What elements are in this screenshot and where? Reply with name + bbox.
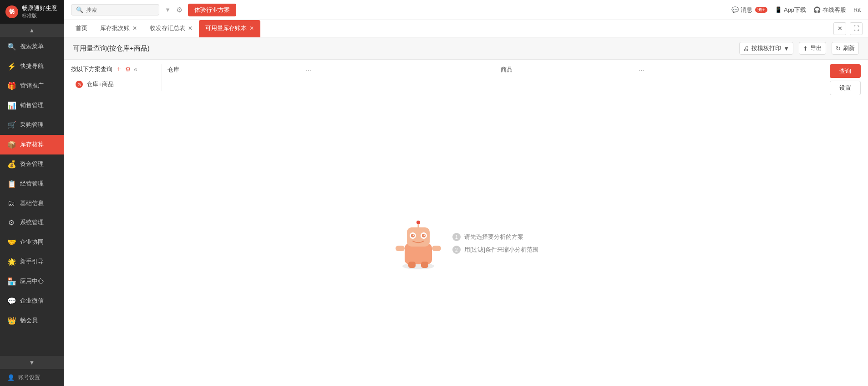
search-icon: 🔍: [76, 6, 83, 13]
schemes-header: 按以下方案查询 ＋ ⚙ «: [71, 64, 156, 74]
sidebar-label-sales: 销售管理: [20, 101, 44, 109]
finance-icon: 💰: [7, 160, 15, 169]
sidebar-item-ops[interactable]: 📋经营管理: [0, 174, 64, 194]
warehouse-input[interactable]: [184, 64, 302, 75]
sidebar-brand: 畅康通好生意 标准版: [22, 5, 57, 19]
tab-summary[interactable]: 收发存汇总表✕: [143, 20, 199, 37]
member-icon: 👑: [7, 316, 15, 325]
print-btn[interactable]: 🖨 按模板打印 ▼: [739, 42, 793, 55]
tip-1: 1 请先选择要分析的方案: [452, 233, 538, 241]
chevron-down-icon: ▼: [783, 45, 789, 52]
purchase-icon: 🛒: [7, 121, 15, 129]
sidebar-item-newbie[interactable]: 🌟新手引导: [0, 252, 64, 272]
sidebar-label-ops: 经营管理: [20, 180, 44, 188]
sidebar-nav: 🔍搜索菜单⚡快捷导航🎁营销推广📊销售管理🛒采购管理📦库存核算💰资金管理📋经营管理…: [0, 37, 64, 356]
settings-btn[interactable]: 设置: [830, 81, 861, 95]
page-title: 可用量查询(按仓库+商品): [73, 44, 150, 53]
manage-scheme-btn[interactable]: ⚙: [125, 66, 131, 73]
message-action[interactable]: 💬 消息 99+: [731, 6, 767, 14]
sidebar-item-marketing[interactable]: 🎁营销推广: [0, 76, 64, 96]
export-btn[interactable]: ⬆ 导出: [799, 42, 826, 55]
chevron-down-icon[interactable]: ▼: [165, 6, 171, 13]
service-label: 在线客服: [822, 6, 846, 14]
tab-home[interactable]: 首页: [69, 20, 94, 37]
top-search-box[interactable]: 🔍: [71, 4, 159, 15]
sidebar-header: 畅 畅康通好生意 标准版: [0, 0, 64, 24]
sidebar-logo: 畅: [5, 5, 18, 18]
sidebar-item-search[interactable]: 🔍搜索菜单: [0, 37, 64, 57]
tab-close-summary[interactable]: ✕: [188, 25, 193, 31]
sidebar-item-inventory[interactable]: 📦库存核算: [0, 135, 64, 154]
user-icon: 👤: [7, 374, 15, 381]
svg-point-14: [416, 221, 420, 224]
close-tab-btn[interactable]: ✕: [833, 22, 846, 35]
filter-fields: 仓库 ··· 商品 ···: [168, 64, 824, 75]
tip-num-2: 2: [452, 246, 461, 254]
svg-point-8: [423, 234, 425, 236]
tab-batch[interactable]: 库存批次账✕: [94, 20, 143, 37]
tip-num-1: 1: [452, 233, 461, 241]
user-profile[interactable]: Rit: [853, 6, 861, 13]
sidebar-title: 畅康通好生意: [22, 5, 57, 12]
product-input[interactable]: [517, 64, 635, 75]
query-btn[interactable]: 查询: [830, 64, 861, 78]
sidebar-item-wechat[interactable]: 💬企业微信: [0, 291, 64, 311]
tab-label-home: 首页: [76, 24, 87, 32]
empty-tips: 1 请先选择要分析的方案 2 用[过滤]条件来缩小分析范围: [452, 233, 538, 254]
svg-rect-12: [421, 262, 428, 268]
top-actions: 💬 消息 99+ 📱 App下载 🎧 在线客服 Rit: [731, 6, 861, 14]
gear-icon[interactable]: ⚙: [176, 5, 183, 14]
tip-text-2: 用[过滤]条件来缩小分析范围: [464, 246, 538, 254]
sidebar-item-system[interactable]: ⚙系统管理: [0, 213, 64, 232]
sidebar-item-purchase[interactable]: 🛒采购管理: [0, 115, 64, 135]
product-field: 商品 ···: [501, 64, 825, 75]
refresh-icon: ↻: [836, 45, 841, 52]
filter-panel: 按以下方案查询 ＋ ⚙ « ⊙ 仓库+商品 仓库 ··· 商品: [64, 60, 868, 100]
mobile-icon: 📱: [775, 6, 782, 13]
sidebar-item-finance[interactable]: 💰资金管理: [0, 154, 64, 174]
sidebar-scroll-down[interactable]: ▼: [0, 356, 64, 369]
sidebar-label-appstore: 应用中心: [20, 277, 44, 285]
service-action[interactable]: 🎧 在线客服: [813, 6, 846, 14]
sidebar-item-member[interactable]: 👑畅会员: [0, 311, 64, 330]
tab-available[interactable]: 可用量库存账本✕: [199, 20, 260, 37]
svg-rect-11: [408, 262, 416, 268]
sidebar-item-quicknav[interactable]: ⚡快捷导航: [0, 57, 64, 76]
scheme-item[interactable]: ⊙ 仓库+商品: [71, 77, 156, 91]
quicknav-icon: ⚡: [7, 62, 15, 71]
message-label: 消息: [741, 6, 752, 14]
sidebar-label-system: 系统管理: [20, 218, 44, 226]
svg-rect-9: [396, 246, 405, 251]
newbie-icon: 🌟: [7, 257, 15, 266]
tab-close-available[interactable]: ✕: [249, 25, 254, 31]
tab-label-batch: 库存批次账: [100, 24, 130, 32]
product-more-btn[interactable]: ···: [639, 66, 645, 73]
message-badge: 99+: [755, 7, 767, 13]
appstore-icon: 🏪: [7, 277, 15, 286]
sidebar-label-quicknav: 快捷导航: [20, 62, 44, 70]
sidebar-item-sales[interactable]: 📊销售管理: [0, 96, 64, 115]
sidebar-footer[interactable]: 👤 账号设置: [0, 369, 64, 386]
sidebar-item-appstore[interactable]: 🏪应用中心: [0, 272, 64, 291]
expand-tab-btn[interactable]: ⛶: [850, 22, 863, 35]
export-icon: ⬆: [803, 45, 808, 52]
top-bar: 🔍 ▼ ⚙ 体验行业方案 💬 消息 99+ 📱 App下载 🎧 在线客服 Rit: [64, 0, 868, 20]
scheme-dot: ⊙: [76, 81, 83, 88]
warehouse-more-btn[interactable]: ···: [306, 66, 311, 73]
sidebar-item-collab[interactable]: 🤝企业协同: [0, 232, 64, 252]
sidebar-label-member: 畅会员: [20, 316, 38, 324]
tab-close-batch[interactable]: ✕: [132, 25, 137, 31]
refresh-btn[interactable]: ↻ 刷新: [832, 42, 859, 55]
sidebar-item-basic[interactable]: 🗂基础信息: [0, 194, 64, 213]
sales-icon: 📊: [7, 101, 15, 110]
warehouse-label: 仓库: [168, 66, 180, 74]
sidebar-scroll-up[interactable]: ▲: [0, 24, 64, 37]
sidebar-subtitle: 标准版: [22, 12, 57, 19]
page-header-actions: 🖨 按模板打印 ▼ ⬆ 导出 ↻ 刷新: [739, 42, 859, 55]
warehouse-field: 仓库 ···: [168, 64, 492, 75]
add-scheme-btn[interactable]: ＋: [115, 64, 122, 74]
collapse-schemes-btn[interactable]: «: [134, 66, 137, 73]
app-download-action[interactable]: 📱 App下载: [775, 6, 806, 14]
search-input[interactable]: [86, 7, 154, 13]
industry-btn[interactable]: 体验行业方案: [188, 4, 236, 16]
